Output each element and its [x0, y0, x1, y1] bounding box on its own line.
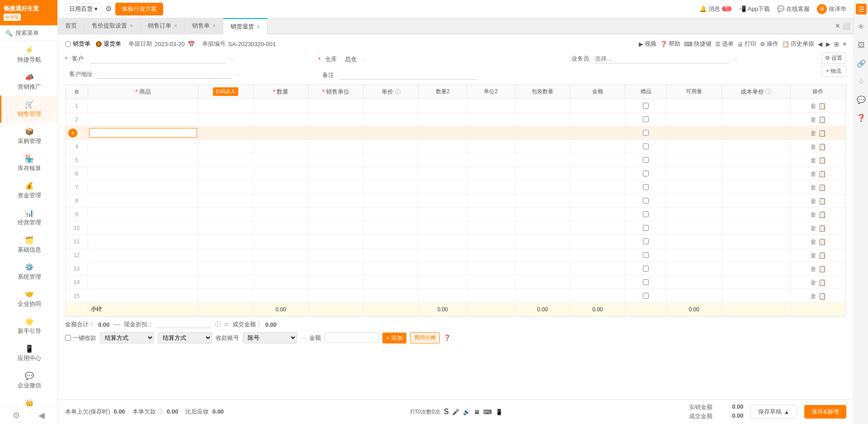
unit2-cell-7[interactable]	[467, 181, 515, 194]
gift-cell-14[interactable]	[625, 276, 666, 289]
available-cell-9[interactable]	[666, 208, 722, 221]
delete-row-8[interactable]: 🗑	[809, 196, 817, 205]
quantity2-cell-10[interactable]	[419, 221, 467, 235]
quantity-cell-7[interactable]	[253, 181, 308, 194]
sidebar-item-shortcut[interactable]: ⚡ 快捷导航	[0, 41, 57, 68]
gift-checkbox-13[interactable]	[643, 266, 649, 272]
unit-cell-9[interactable]	[308, 208, 363, 221]
save-draft-button[interactable]: 保存草稿 ▲	[750, 405, 797, 419]
amount-cell-3[interactable]	[570, 126, 625, 140]
tab-close-all[interactable]: ✕	[835, 22, 840, 29]
copy-row-4[interactable]: 📋	[817, 142, 827, 151]
panel-help-icon[interactable]: ❓	[856, 112, 867, 123]
discount-info-icon[interactable]: ⓘ	[215, 320, 221, 329]
unit-cell-5[interactable]	[308, 153, 363, 167]
unit2-cell-1[interactable]	[467, 99, 515, 113]
unit2-cell-5[interactable]	[467, 153, 515, 167]
sidebar-item-enterprise[interactable]: 🤝 企业协同	[0, 286, 57, 313]
amount-cell-15[interactable]	[570, 289, 625, 303]
quantity-cell-3[interactable]	[253, 126, 308, 140]
amount-cell-13[interactable]	[570, 262, 625, 276]
unit2-cell-6[interactable]	[467, 167, 515, 181]
gift-checkbox-15[interactable]	[643, 293, 649, 299]
product-cell-13[interactable]	[88, 262, 198, 276]
gift-cell-6[interactable]	[625, 167, 666, 181]
quantity2-cell-8[interactable]	[419, 194, 467, 208]
packqty-cell-5[interactable]	[515, 153, 570, 167]
gift-cell-9[interactable]	[625, 208, 666, 221]
sidebar-item-inventory[interactable]: 🏪 库存核算	[0, 150, 57, 177]
gift-cell-8[interactable]	[625, 194, 666, 208]
amount-cell-9[interactable]	[570, 208, 625, 221]
cost-cell-14[interactable]	[722, 276, 790, 289]
gift-checkbox-3[interactable]	[643, 130, 649, 136]
sidebar-item-wechat[interactable]: 💬 企业微信	[0, 367, 57, 394]
history-action[interactable]: 📋 历史单据	[782, 40, 814, 48]
copy-row-3[interactable]: 📋	[817, 129, 827, 138]
amount-cell-14[interactable]	[570, 276, 625, 289]
packqty-cell-14[interactable]	[515, 276, 570, 289]
help-action[interactable]: ❓ 帮助	[660, 40, 680, 48]
quantity-cell-15[interactable]	[253, 289, 308, 303]
payment-amount-input[interactable]	[325, 333, 379, 343]
cost-cell-15[interactable]	[722, 289, 790, 303]
available-cell-5[interactable]	[666, 153, 722, 167]
gift-cell-12[interactable]	[625, 248, 666, 262]
breadcrumb-select[interactable]: 日用百货 ▾	[65, 3, 102, 15]
gift-checkbox-8[interactable]	[643, 198, 649, 204]
packqty-cell-7[interactable]	[515, 181, 570, 194]
cost-cell-1[interactable]	[722, 99, 790, 113]
packqty-cell-6[interactable]	[515, 167, 570, 181]
price-cell-7[interactable]	[363, 181, 419, 194]
unit2-cell-9[interactable]	[467, 208, 515, 221]
calc-select[interactable]: 结算方式	[158, 332, 212, 343]
one-click-payment-checkbox[interactable]	[65, 335, 71, 341]
tab-home[interactable]: 首页	[58, 18, 85, 34]
app-download-item[interactable]: 📲 App下载	[739, 5, 770, 13]
message-item[interactable]: 🔔 消息 70	[699, 5, 731, 13]
panel-link-icon[interactable]: 🔗	[856, 58, 867, 69]
sidebar-item-finance[interactable]: 💰 资金管理	[0, 177, 57, 204]
available-cell-3[interactable]	[666, 126, 722, 140]
price-cell-9[interactable]	[363, 208, 419, 221]
delete-row-5[interactable]: 🗑	[809, 156, 817, 165]
staff-dots[interactable]: ···	[732, 56, 737, 62]
gift-cell-11[interactable]	[625, 235, 666, 248]
sidebar-item-guide[interactable]: 🌟 新手引导	[0, 313, 57, 340]
delete-row-15[interactable]: 🗑	[809, 291, 817, 300]
sidebar-item-vip[interactable]: 👑 畅会员	[0, 394, 57, 406]
packqty-cell-4[interactable]	[515, 140, 570, 153]
available-cell-11[interactable]	[666, 235, 722, 248]
quantity2-cell-14[interactable]	[419, 276, 467, 289]
gift-cell-3[interactable]	[625, 126, 666, 140]
tab-sales-return-close[interactable]: ×	[257, 24, 260, 30]
copy-row-7[interactable]: 📋	[817, 183, 827, 192]
cost-cell-13[interactable]	[722, 262, 790, 276]
product-cell-9[interactable]	[88, 208, 198, 221]
gift-checkbox-6[interactable]	[643, 171, 649, 176]
staff-input[interactable]	[593, 54, 729, 63]
sidebar-item-marketing[interactable]: 📣 营销推广	[0, 68, 57, 95]
remark-input[interactable]	[340, 71, 476, 80]
unit-cell-13[interactable]	[308, 262, 363, 276]
sidebar-item-basic[interactable]: 🗂️ 基础信息	[0, 231, 57, 258]
delete-row-10[interactable]: 🗑	[809, 224, 817, 233]
price-cell-12[interactable]	[363, 248, 419, 262]
unit-cell-8[interactable]	[308, 194, 363, 208]
product-cell-15[interactable]	[88, 289, 198, 303]
delete-row-9[interactable]: 🗑	[809, 210, 817, 219]
gift-checkbox-1[interactable]	[643, 103, 649, 109]
gift-checkbox-5[interactable]	[643, 157, 649, 163]
product-cell-6[interactable]	[88, 167, 198, 181]
amount-cell-6[interactable]	[570, 167, 625, 181]
price-cell-11[interactable]	[363, 235, 419, 248]
cost-cell-7[interactable]	[722, 181, 790, 194]
product-cell-2[interactable]	[88, 113, 198, 126]
search-menu[interactable]: 🔍 搜索菜单	[0, 25, 57, 41]
operate-action[interactable]: ⚙ 操作	[760, 40, 778, 48]
copy-row-8[interactable]: 📋	[817, 196, 827, 205]
address-dots[interactable]: ···	[236, 71, 241, 78]
quantity-cell-11[interactable]	[253, 235, 308, 248]
copy-row-12[interactable]: 📋	[817, 251, 827, 260]
unit2-cell-8[interactable]	[467, 194, 515, 208]
